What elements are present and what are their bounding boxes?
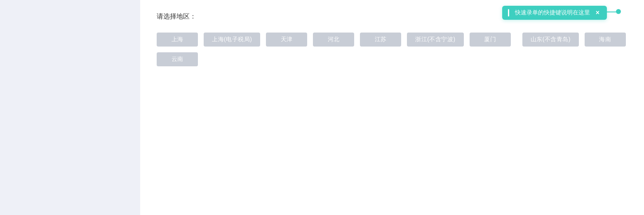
region-btn-hainan[interactable]: 海南 — [585, 33, 626, 47]
tooltip-close-button[interactable]: × — [596, 9, 599, 16]
region-btn-tianjin[interactable]: 天津 — [266, 33, 307, 47]
region-btn-jiangsu[interactable]: 江苏 — [360, 33, 401, 47]
sidebar — [0, 0, 140, 215]
region-btn-zhejiang[interactable]: 浙江(不含宁波) — [407, 33, 463, 47]
tooltip-text: 快速录单的快捷键说明在这里 — [515, 9, 590, 16]
region-btn-shanghai-etax[interactable]: 上海(电子税局) — [204, 33, 260, 47]
region-button-group: 上海 上海(电子税局) 天津 河北 江苏 浙江(不含宁波) 厦门 山东(不含青岛… — [157, 33, 628, 66]
region-btn-xiamen[interactable]: 厦门 — [470, 33, 511, 47]
region-btn-shanghai[interactable]: 上海 — [157, 33, 198, 47]
region-btn-shandong[interactable]: 山东(不含青岛) — [522, 33, 579, 47]
main-content: 请选择地区： 上海 上海(电子税局) 天津 河北 江苏 浙江(不含宁波) 厦门 … — [140, 0, 644, 215]
region-btn-hebei[interactable]: 河北 — [313, 33, 354, 47]
tooltip-badge: 快速录单的快捷键说明在这里 × — [502, 6, 607, 20]
tooltip-dot-indicator — [616, 9, 621, 14]
region-btn-yunnan[interactable]: 云南 — [157, 52, 198, 66]
